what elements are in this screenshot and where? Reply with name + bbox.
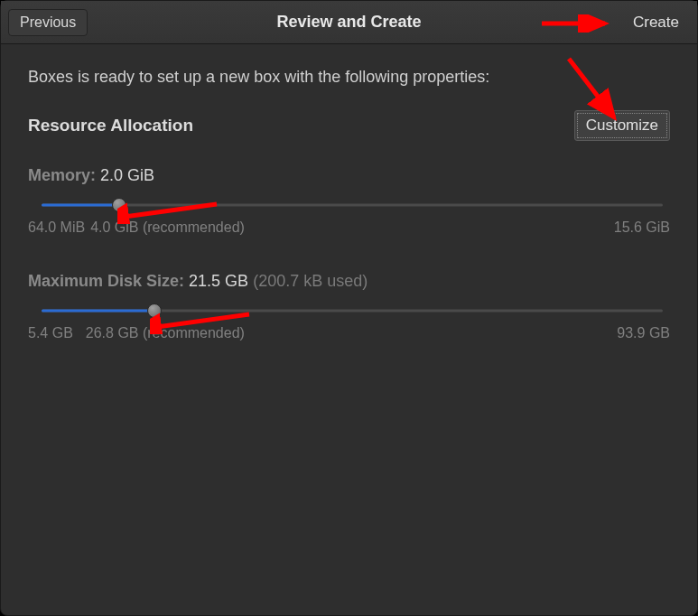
memory-marks: 64.0 MiB 4.0 GiB (recommended) 15.6 GiB <box>28 219 670 236</box>
dialog-window: Previous Review and Create Create Boxes … <box>0 0 698 616</box>
memory-max: 15.6 GiB <box>614 219 670 236</box>
memory-recommended: 4.0 GiB (recommended) <box>90 219 245 236</box>
customize-button[interactable]: Customize <box>574 110 670 141</box>
page-title: Review and Create <box>1 13 697 32</box>
memory-value: 2.0 GiB <box>100 166 154 184</box>
slider-track <box>42 204 663 207</box>
disk-label: Maximum Disk Size: <box>28 272 184 290</box>
header-bar: Previous Review and Create Create <box>1 1 697 44</box>
slider-fill <box>42 310 154 313</box>
memory-slider[interactable] <box>42 196 663 214</box>
disk-marks: 5.4 GB 26.8 GB (recommended) 93.9 GB <box>28 325 670 341</box>
memory-label: Memory: <box>28 166 96 184</box>
create-button[interactable]: Create <box>622 8 690 37</box>
disk-recommended: 26.8 GB (recommended) <box>86 325 245 341</box>
disk-slider[interactable] <box>42 302 663 320</box>
intro-text: Boxes is ready to set up a new box with … <box>28 68 670 87</box>
content-area: Boxes is ready to set up a new box with … <box>1 44 697 615</box>
memory-min: 64.0 MiB <box>28 219 85 236</box>
slider-thumb[interactable] <box>112 198 126 212</box>
disk-min: 5.4 GB <box>28 325 73 341</box>
memory-block: Memory: 2.0 GiB 64.0 MiB 4.0 GiB (recomm… <box>28 166 670 236</box>
disk-value: 21.5 GB <box>189 272 248 290</box>
section-heading: Resource Allocation <box>28 116 193 135</box>
slider-fill <box>42 204 119 207</box>
disk-block: Maximum Disk Size: 21.5 GB (200.7 kB use… <box>28 272 670 341</box>
disk-used: (200.7 kB used) <box>253 272 368 290</box>
slider-thumb[interactable] <box>147 303 162 318</box>
disk-max: 93.9 GB <box>617 325 670 341</box>
previous-button[interactable]: Previous <box>8 9 88 36</box>
